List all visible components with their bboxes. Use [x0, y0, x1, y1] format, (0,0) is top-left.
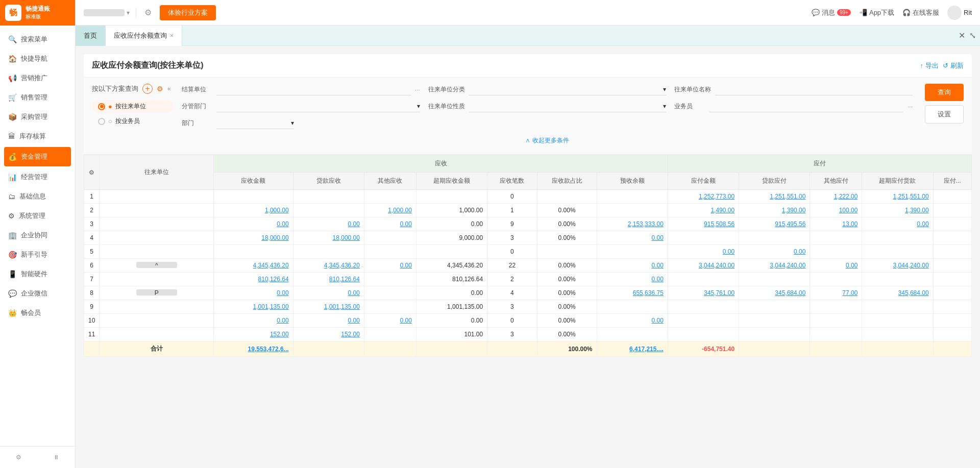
row-data-cell[interactable]: 18,000.00 — [214, 231, 293, 245]
total-prepaid-balance[interactable]: 6,417,215.... — [597, 341, 668, 357]
view-by-salesman[interactable]: ○ 按业务员 — [92, 115, 174, 128]
row-data-cell[interactable]: 345,684.00 — [739, 286, 810, 300]
row-data-cell[interactable]: 0.00 — [597, 273, 668, 286]
sidebar-item-search[interactable]: 🔍 搜索菜单 — [0, 30, 75, 49]
row-data-cell: 0.00% — [537, 259, 597, 273]
filter-dept-select[interactable]: ▾ — [216, 101, 420, 112]
app-download-btn[interactable]: 📲 App下载 — [859, 8, 894, 17]
row-data-cell[interactable]: 810,126.64 — [214, 273, 293, 286]
row-data-cell[interactable]: 100.00 — [810, 204, 862, 217]
row-data-cell[interactable]: 0.00 — [293, 286, 364, 300]
sidebar-item-hardware[interactable]: 📱 智能硬件 — [0, 264, 75, 284]
row-data-cell[interactable]: 1,390.00 — [739, 204, 810, 217]
sidebar-item-nav[interactable]: 🏠 快捷导航 — [0, 49, 75, 68]
row-data-cell[interactable]: 0.00 — [810, 259, 862, 273]
total-receivable-amount[interactable]: 19,553,472,6... — [214, 341, 293, 357]
row-data-cell[interactable]: 1,490.00 — [668, 204, 739, 217]
row-data-cell[interactable]: 345,761.00 — [668, 286, 739, 300]
setting-btn[interactable]: 设置 — [925, 105, 964, 124]
row-data-cell[interactable]: 0.00 — [862, 217, 933, 231]
filter-partner-category-select[interactable]: ▾ — [469, 84, 667, 95]
row-data-cell[interactable]: 77.00 — [810, 286, 862, 300]
sidebar-item-member[interactable]: 👑 畅会员 — [0, 303, 75, 323]
row-data-cell[interactable]: 1,000.00 — [364, 204, 416, 217]
tab-maximize-btn[interactable]: ⤡ — [969, 31, 976, 40]
user-info[interactable]: Rit — [947, 6, 972, 20]
row-data-cell[interactable]: 0.00 — [364, 314, 416, 328]
row-data-cell[interactable]: 0.00 — [364, 259, 416, 273]
export-btn[interactable]: ↑ 导出 — [920, 61, 939, 70]
row-data-cell[interactable]: 0.00 — [597, 231, 668, 245]
refresh-btn[interactable]: ↺ 刷新 — [943, 61, 964, 70]
row-data-cell[interactable]: 0.00 — [597, 314, 668, 328]
row-data-cell[interactable]: 0.00 — [214, 217, 293, 231]
row-data-cell[interactable]: 1,000.00 — [214, 204, 293, 217]
row-data-cell[interactable]: 915,495.56 — [739, 217, 810, 231]
row-data-cell[interactable]: 0.00 — [293, 217, 364, 231]
row-data-cell[interactable]: 1,001,135.00 — [214, 300, 293, 314]
row-data-cell[interactable]: 0.00 — [739, 245, 810, 259]
row-data-cell[interactable]: 152.00 — [214, 328, 293, 341]
row-data-cell[interactable]: 1,001,135.00 — [293, 300, 364, 314]
query-btn[interactable]: 查询 — [925, 84, 964, 101]
sidebar-item-wechat[interactable]: 💬 企业微信 — [0, 284, 75, 303]
sidebar-item-purchase[interactable]: 📦 采购管理 — [0, 107, 75, 127]
online-service-btn[interactable]: 🎧 在线客服 — [902, 8, 939, 17]
message-btn[interactable]: 💬 消息 99+ — [812, 8, 851, 17]
row-data-cell[interactable]: 1,251,551.00 — [862, 190, 933, 204]
filter-collapse-btn[interactable]: « — [167, 85, 171, 92]
filter-settings-btn[interactable]: ⚙ — [157, 85, 163, 93]
sidebar-collapse-btn[interactable]: ⏸ — [49, 452, 63, 463]
row-data-cell[interactable]: 0.00 — [214, 314, 293, 328]
filter-salesman-input[interactable] — [709, 101, 903, 112]
tab-ar-query[interactable]: 应收应付余额查询 × — [106, 26, 182, 46]
filter-section-select[interactable]: ▾ — [216, 117, 294, 129]
row-data-cell[interactable]: 4,345,436.20 — [293, 259, 364, 273]
row-data-cell[interactable]: 4,345,436.20 — [214, 259, 293, 273]
row-data-cell[interactable]: 655,636.75 — [597, 286, 668, 300]
filter-partner-name-input[interactable] — [715, 84, 913, 95]
row-data-cell[interactable]: 3,044,240.00 — [668, 259, 739, 273]
filter-partner-nature-select[interactable]: ▾ — [469, 101, 667, 112]
settings-col-header[interactable]: ⚙ — [84, 155, 100, 190]
sidebar-item-collab[interactable]: 🏢 企业协同 — [0, 226, 75, 245]
row-data-cell[interactable]: 3,044,240.00 — [739, 259, 810, 273]
sidebar-item-operations[interactable]: 📊 经营管理 — [0, 167, 75, 187]
sidebar-item-guide[interactable]: 🎯 新手引导 — [0, 245, 75, 264]
sidebar-item-system[interactable]: ⚙ 系统管理 — [0, 206, 75, 226]
row-data-cell[interactable]: 3,044,240.00 — [862, 259, 933, 273]
sidebar-item-inventory[interactable]: 🏛 库存核算 — [0, 127, 75, 146]
row-data-cell[interactable]: 1,222.00 — [810, 190, 862, 204]
filter-salesman-dots[interactable]: ··· — [908, 103, 913, 110]
row-data-cell[interactable]: 810,126.64 — [293, 273, 364, 286]
row-data-cell[interactable]: 1,251,551.00 — [739, 190, 810, 204]
row-data-cell[interactable]: 1,390.00 — [862, 204, 933, 217]
row-data-cell[interactable]: 13.00 — [810, 217, 862, 231]
tab-close-window-btn[interactable]: ✕ — [959, 31, 965, 40]
tab-home[interactable]: 首页 — [76, 26, 106, 46]
sidebar-settings-btn[interactable]: ⚙ — [12, 452, 26, 463]
sidebar-item-marketing[interactable]: 📢 营销推广 — [0, 68, 75, 88]
row-data-cell[interactable]: 152.00 — [293, 328, 364, 341]
filter-settlement-input[interactable] — [216, 84, 411, 95]
row-data-cell[interactable]: 0.00 — [668, 245, 739, 259]
promo-button[interactable]: 体验行业方案 — [160, 5, 216, 20]
collapse-btn[interactable]: ∧ 收起更多条件 — [182, 133, 913, 148]
sidebar-item-finance[interactable]: 💰 资金管理 — [4, 147, 71, 166]
sidebar-item-basic-info[interactable]: 🗂 基础信息 — [0, 187, 75, 206]
view-by-partner[interactable]: ● 按往来单位 — [92, 100, 174, 113]
filter-add-btn[interactable]: + — [142, 84, 153, 94]
tab-close-btn[interactable]: × — [170, 32, 174, 39]
row-data-cell[interactable]: 2,153,333.00 — [597, 217, 668, 231]
sidebar-item-sales[interactable]: 🛒 销售管理 — [0, 88, 75, 107]
filter-settlement-dots[interactable]: ··· — [415, 86, 420, 93]
header-settings-btn[interactable]: ⚙ — [144, 8, 152, 17]
row-data-cell[interactable]: 1,252,773.00 — [668, 190, 739, 204]
row-data-cell[interactable]: 0.00 — [214, 286, 293, 300]
row-data-cell[interactable]: 0.00 — [597, 259, 668, 273]
row-data-cell[interactable]: 0.00 — [293, 314, 364, 328]
row-data-cell[interactable]: 915,508.56 — [668, 217, 739, 231]
row-data-cell[interactable]: 345,684.00 — [862, 286, 933, 300]
row-data-cell[interactable]: 0.00 — [364, 217, 416, 231]
row-data-cell[interactable]: 18,000.00 — [293, 231, 364, 245]
